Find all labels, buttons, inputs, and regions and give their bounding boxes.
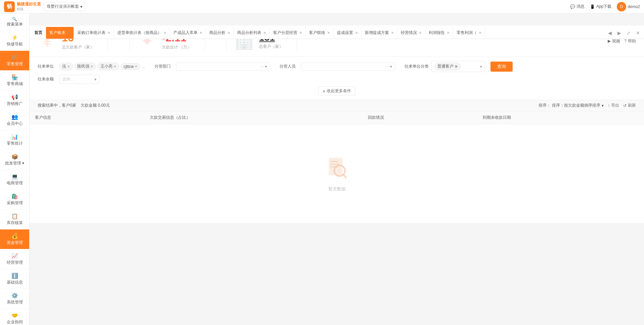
store-selector[interactable]: 母婴行业演示帐套 ▾ (44, 2, 85, 11)
app-download-action[interactable]: 📱 App下载 (590, 4, 611, 9)
dept-select[interactable]: ··· ▾ (176, 63, 270, 71)
sort-label: 排序： (539, 103, 551, 108)
help-action[interactable]: ? 帮助 (624, 38, 636, 44)
tab-close-customer-segment[interactable]: ✕ (299, 31, 302, 35)
tab-new-promotion[interactable]: 新增提成方案 ✕ (361, 27, 397, 39)
business-mgmt-icon: 📈 (1, 253, 28, 259)
tab-close-inbound-stats[interactable]: ✕ (164, 31, 166, 35)
tab-home[interactable]: 首页 (31, 27, 46, 39)
tab-promotion-settings[interactable]: 提成设置 ✕ (334, 27, 361, 39)
video-action[interactable]: ▶ 视频 (608, 38, 620, 44)
tab-customer-contact[interactable]: 客户联络 ✕ (306, 27, 334, 39)
store-label: 母婴行业演示帐套 (47, 4, 79, 9)
sidebar-item-member-center[interactable]: 👥 会员中心 (0, 110, 29, 130)
tab-customer-segment[interactable]: 客户分层经营 ✕ (270, 27, 306, 39)
tab-bar: 首页 客户账本 ✕ 采购订单统计表 ✕ 进货单统计表（按商品） ✕ 产成品入库单… (30, 27, 644, 39)
refresh-action[interactable]: ↺ 刷新 (623, 103, 636, 108)
sidebar-item-system-mgmt[interactable]: ⚙️ 系统管理 (0, 289, 29, 309)
layout: 🔍 搜索菜单 ⚡ 快捷导航 🛒 零售管理 🏪 零售商城 📢 营销推广 👥 会员中… (0, 0, 644, 325)
tab-purchase-order[interactable]: 采购订单统计表 ✕ (74, 27, 114, 39)
logo-text-group: 畅捷通好生意 标版 (17, 2, 41, 11)
sidebar-search[interactable]: 🔍 搜索菜单 (0, 13, 29, 31)
sidebar-item-purchase-mgmt[interactable]: 🛍️ 采购管理 (0, 190, 29, 210)
chevron-up-icon: ∧ (323, 89, 326, 94)
tab-expand-button[interactable]: ⤢ (624, 27, 633, 39)
collapse-button[interactable]: ∧ 收起更多条件 (318, 86, 355, 96)
tag-close-cjttcw[interactable]: ✕ (135, 65, 137, 68)
tab-close-all-button[interactable]: ✕ (633, 27, 643, 39)
basic-info-icon: ℹ️ (1, 273, 28, 279)
tab-close-profit-report[interactable]: ✕ (447, 31, 449, 35)
tab-product-analysis-list[interactable]: 商品分析列表 ✕ (234, 27, 270, 39)
tab-close-purchase-order[interactable]: ✕ (108, 31, 110, 35)
col-header-repayment: 回款情况 (362, 111, 477, 124)
tab-close-customer-contact[interactable]: ✕ (327, 31, 330, 35)
filter-row-2: 往来余额 选择... ▾ (38, 75, 636, 84)
filter-tag-wang[interactable]: 王小亮 ✕ (97, 63, 119, 70)
export-action[interactable]: ↑ 导出 (608, 103, 619, 108)
balance-chevron-icon: ▾ (94, 77, 96, 82)
sidebar-item-retail-stats[interactable]: 📊 零售统计 (0, 130, 29, 150)
sidebar-item-ecommerce[interactable]: 💻 电商管理 (0, 170, 29, 190)
tab-accounts[interactable]: 客户账本 ✕ (46, 27, 74, 39)
tag-close-chen[interactable]: ✕ (90, 65, 93, 68)
stat-label-debt: 欠款合计 （万） (162, 44, 191, 50)
tag-close-wu[interactable]: ✕ (67, 65, 70, 68)
sidebar-item-business-mgmt[interactable]: 📈 经营管理 (0, 249, 29, 269)
stat-label-all-customers: 总客户（家） (259, 44, 283, 49)
filter-more-btn[interactable]: ... (142, 64, 145, 69)
sidebar-item-inventory[interactable]: 📋 库存核算 (0, 210, 29, 229)
sidebar-item-finance-mgmt[interactable]: 💰 资金管理 (0, 229, 29, 249)
empty-text: 暂无数据 (328, 186, 346, 192)
tab-profit-report[interactable]: 利润报告 ✕ (425, 27, 453, 39)
tab-business-situation[interactable]: 经营情况 ✕ (397, 27, 425, 39)
logo-text: 畅捷通好生意 (17, 2, 41, 6)
tab-close-product-analysis-list[interactable]: ✕ (263, 31, 266, 35)
tab-close-retail-profit[interactable]: ✕ (479, 31, 481, 35)
top-bar: 畅 畅捷通好生意 标版 母婴行业演示帐套 ▾ 💬 消息 📱 App下载 D de… (0, 0, 644, 13)
filter-tag-chen[interactable]: 陈民强 ✕ (74, 63, 96, 70)
sidebar-item-retail-mgmt[interactable]: 🛒 零售管理 (0, 51, 29, 71)
marketing-icon: 📢 (1, 94, 28, 100)
tab-close-promotion-settings[interactable]: ✕ (355, 31, 358, 35)
system-mgmt-icon: ⚙️ (1, 292, 28, 299)
sidebar-item-basic-info[interactable]: ℹ️ 基础信息 (0, 269, 29, 289)
top-bar-right: 💬 消息 📱 App下载 D demo2 (570, 2, 640, 11)
sort-select[interactable]: 排序： 排序：按欠款金额倒序排序 ▾ (539, 103, 604, 108)
sidebar-item-enterprise[interactable]: 🤝 企业协同 (0, 309, 29, 325)
tab-product-analysis[interactable]: 商品分析 ✕ (206, 27, 234, 39)
query-button[interactable]: 查询 (490, 62, 513, 72)
unit-label: 往来单位 (38, 64, 56, 69)
tag-close-wang[interactable]: ✕ (114, 65, 116, 68)
sidebar-item-quick-nav[interactable]: ⚡ 快捷导航 (0, 31, 29, 51)
sidebar-item-batch-mgmt[interactable]: 📦 批发管理 ▾ (0, 150, 29, 170)
col-header-customer: 客户信息 (30, 111, 144, 124)
table-body: ? 暂无数据 (30, 124, 644, 223)
tab-product-inbound[interactable]: 产成品入库单 ✕ (170, 27, 206, 39)
tab-close-product-analysis[interactable]: ✕ (227, 31, 230, 35)
tab-retail-profit[interactable]: 零售利润（ ✕ (453, 27, 485, 39)
balance-select[interactable]: 选择... ▾ (59, 75, 99, 84)
category-select[interactable]: 普通客户 ✕ ▾ (431, 61, 485, 72)
sidebar-item-retail-mall[interactable]: 🏪 零售商城 (0, 71, 29, 91)
sidebar-item-marketing[interactable]: 📢 营销推广 (0, 91, 29, 110)
message-action[interactable]: 💬 消息 (570, 4, 585, 9)
category-tag-close[interactable]: ✕ (455, 64, 458, 69)
user-action[interactable]: D demo2 (617, 2, 640, 11)
play-icon: ▶ (608, 39, 611, 43)
col-header-due-date: 到期未收款日期 (477, 111, 644, 124)
tab-close-new-promotion[interactable]: ✕ (391, 31, 394, 35)
tab-close-business-situation[interactable]: ✕ (419, 31, 422, 35)
tab-prev-button[interactable]: ◀ (605, 27, 614, 39)
balance-label: 往来余额 (38, 76, 56, 82)
filter-tag-wu[interactable]: 伍 ✕ (59, 63, 73, 70)
sort-chevron-icon: ▾ (602, 103, 604, 108)
tab-next-button[interactable]: ▶ (614, 27, 624, 39)
filter-tag-cjttcw[interactable]: cjttcw ✕ (121, 63, 140, 70)
batch-mgmt-icon: 📦 (1, 153, 28, 160)
person-select[interactable]: ··· ▾ (301, 63, 395, 71)
dept-label: 分管部门 (155, 64, 173, 69)
tab-close-product-inbound[interactable]: ✕ (200, 31, 202, 35)
tab-inbound-stats[interactable]: 进货单统计表（按商品） ✕ (114, 27, 170, 39)
tab-close-accounts[interactable]: ✕ (68, 31, 70, 35)
